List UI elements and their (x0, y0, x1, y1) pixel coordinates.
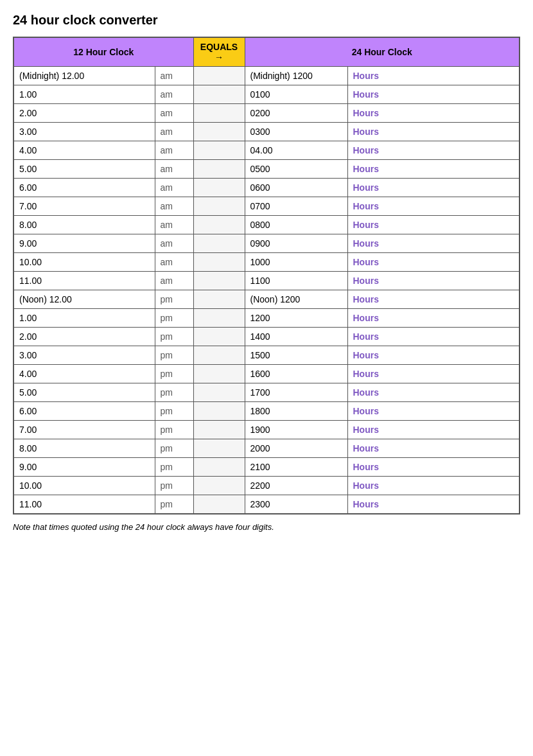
cell-24time: 1900 (245, 421, 347, 439)
cell-24time: 04.00 (245, 141, 347, 160)
table-row: 11.00pm2300Hours (13, 495, 520, 514)
cell-ampm: am (155, 216, 193, 234)
cell-12time: 3.00 (13, 123, 155, 141)
header-24hour: 24 Hour Clock (245, 37, 520, 67)
cell-hours-label: Hours (347, 141, 520, 160)
table-row: 5.00am0500Hours (13, 160, 520, 179)
cell-ampm: am (155, 104, 193, 123)
cell-24time: (Noon) 1200 (245, 290, 347, 309)
table-row: 6.00pm1800Hours (13, 402, 520, 421)
table-row: 3.00am0300Hours (13, 123, 520, 141)
cell-24time: 1400 (245, 328, 347, 346)
footer-note: Note that times quoted using the 24 hour… (13, 522, 520, 532)
cell-ampm: pm (155, 402, 193, 421)
cell-ampm: am (155, 272, 193, 290)
cell-24time: 1200 (245, 309, 347, 328)
cell-hours-label: Hours (347, 309, 520, 328)
cell-equals (193, 477, 245, 495)
cell-hours-label: Hours (347, 495, 520, 514)
cell-equals (193, 383, 245, 402)
cell-hours-label: Hours (347, 234, 520, 253)
table-row: (Midnight) 12.00am(Midnight) 1200Hours (13, 67, 520, 85)
cell-hours-label: Hours (347, 197, 520, 216)
cell-12time: 2.00 (13, 104, 155, 123)
table-row: 3.00pm1500Hours (13, 346, 520, 365)
cell-ampm: pm (155, 383, 193, 402)
cell-24time: 1500 (245, 346, 347, 365)
cell-ampm: am (155, 67, 193, 85)
cell-equals (193, 179, 245, 197)
cell-equals (193, 290, 245, 309)
cell-hours-label: Hours (347, 383, 520, 402)
cell-equals (193, 141, 245, 160)
cell-hours-label: Hours (347, 216, 520, 234)
cell-24time: 0600 (245, 179, 347, 197)
cell-equals (193, 160, 245, 179)
cell-24time: 2200 (245, 477, 347, 495)
table-row: 1.00pm1200Hours (13, 309, 520, 328)
table-row: 11.00am1100Hours (13, 272, 520, 290)
table-row: 2.00am0200Hours (13, 104, 520, 123)
table-row: 4.00pm1600Hours (13, 365, 520, 383)
cell-equals (193, 439, 245, 458)
table-row: 4.00am04.00Hours (13, 141, 520, 160)
cell-equals (193, 104, 245, 123)
cell-hours-label: Hours (347, 123, 520, 141)
table-row: 2.00pm1400Hours (13, 328, 520, 346)
cell-hours-label: Hours (347, 272, 520, 290)
cell-12time: 9.00 (13, 234, 155, 253)
cell-12time: 4.00 (13, 141, 155, 160)
cell-12time: (Noon) 12.00 (13, 290, 155, 309)
cell-12time: 11.00 (13, 272, 155, 290)
table-row: 10.00am1000Hours (13, 253, 520, 272)
cell-12time: 2.00 (13, 328, 155, 346)
cell-24time: 2000 (245, 439, 347, 458)
cell-12time: (Midnight) 12.00 (13, 67, 155, 85)
cell-24time: 2300 (245, 495, 347, 514)
converter-table: 12 Hour Clock EQUALS → 24 Hour Clock (Mi… (13, 37, 520, 514)
cell-24time: 1100 (245, 272, 347, 290)
table-row: 9.00pm2100Hours (13, 458, 520, 477)
cell-24time: 1600 (245, 365, 347, 383)
cell-hours-label: Hours (347, 421, 520, 439)
cell-ampm: pm (155, 309, 193, 328)
cell-24time: 0700 (245, 197, 347, 216)
cell-equals (193, 253, 245, 272)
cell-hours-label: Hours (347, 253, 520, 272)
cell-hours-label: Hours (347, 328, 520, 346)
cell-ampm: pm (155, 458, 193, 477)
cell-hours-label: Hours (347, 346, 520, 365)
cell-hours-label: Hours (347, 290, 520, 309)
table-row: 8.00pm2000Hours (13, 439, 520, 458)
table-row: 1.00am0100Hours (13, 85, 520, 104)
cell-ampm: pm (155, 495, 193, 514)
table-row: 9.00am0900Hours (13, 234, 520, 253)
cell-equals (193, 216, 245, 234)
cell-ampm: am (155, 85, 193, 104)
cell-12time: 7.00 (13, 421, 155, 439)
equals-label: EQUALS (200, 42, 238, 52)
cell-12time: 10.00 (13, 253, 155, 272)
cell-equals (193, 346, 245, 365)
page-title: 24 hour clock converter (13, 13, 520, 28)
cell-ampm: pm (155, 346, 193, 365)
cell-hours-label: Hours (347, 439, 520, 458)
cell-12time: 8.00 (13, 439, 155, 458)
cell-12time: 8.00 (13, 216, 155, 234)
cell-equals (193, 421, 245, 439)
cell-ampm: am (155, 123, 193, 141)
cell-12time: 4.00 (13, 365, 155, 383)
cell-12time: 1.00 (13, 85, 155, 104)
cell-equals (193, 365, 245, 383)
cell-ampm: pm (155, 439, 193, 458)
cell-equals (193, 495, 245, 514)
cell-24time: 1800 (245, 402, 347, 421)
cell-24time: 2100 (245, 458, 347, 477)
cell-12time: 6.00 (13, 402, 155, 421)
cell-ampm: pm (155, 421, 193, 439)
table-row: 10.00pm2200Hours (13, 477, 520, 495)
cell-ampm: am (155, 160, 193, 179)
cell-hours-label: Hours (347, 365, 520, 383)
cell-ampm: am (155, 179, 193, 197)
cell-12time: 1.00 (13, 309, 155, 328)
